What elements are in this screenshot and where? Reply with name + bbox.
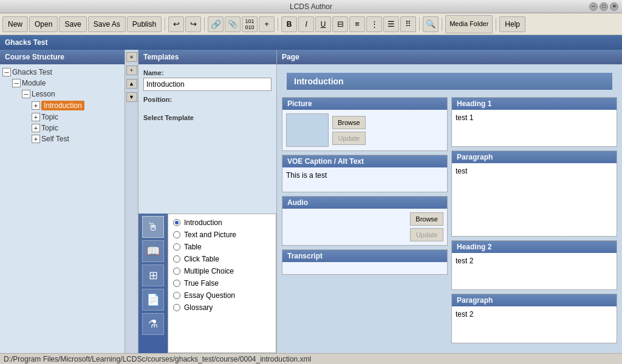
heading1-value: test 1 [456, 113, 613, 122]
link-button[interactable]: 🔗 [208, 16, 224, 32]
tpl-icon-flask[interactable]: ⚗ [142, 313, 164, 335]
align-left-button[interactable]: ☰ [383, 16, 399, 32]
bold-button[interactable]: B [281, 16, 297, 32]
tpl-icon-grid[interactable]: ⊞ [142, 265, 164, 286]
radio-circle-essay [173, 292, 180, 299]
template-icons-col: 🖱 📖 ⊞ 📄 ⚗ [138, 214, 168, 353]
expand-introduction[interactable]: + [32, 101, 40, 110]
expand-selftest[interactable]: + [32, 135, 40, 143]
templates-body: Name: Position: Select Template [138, 64, 276, 214]
tree-item-lesson[interactable]: ─ Lesson [2, 89, 122, 99]
tree-item-topic2[interactable]: + Topic [2, 123, 122, 133]
expand-topic2[interactable]: + [32, 124, 40, 132]
radio-essay[interactable]: Essay Question [173, 289, 271, 302]
tree-item-topic1[interactable]: + Topic [2, 112, 122, 123]
radio-circle-introduction [173, 219, 180, 226]
clip-button[interactable]: 📎 [225, 16, 241, 32]
picture-placeholder [286, 113, 329, 147]
tree-label-root: Ghacks Test [12, 68, 52, 76]
tree-item-selftest[interactable]: + Self Test [2, 133, 122, 144]
underline-button[interactable]: U [315, 16, 331, 32]
tpl-icon-book[interactable]: 📖 [142, 240, 164, 262]
minimize-btn[interactable]: ─ [589, 2, 598, 11]
page-header: Page [277, 50, 622, 64]
tree-item-root[interactable]: ─ Ghacks Test [2, 67, 122, 78]
maximize-btn[interactable]: □ [600, 2, 608, 11]
audio-section-header: Audio [282, 197, 447, 209]
radio-label-table: Table [184, 243, 202, 251]
tree-item-introduction[interactable]: + Introduction [2, 99, 122, 112]
toolbar-separator-1 [165, 18, 165, 31]
tool-up-icon[interactable]: ▲ [126, 79, 137, 89]
unordered-list-button[interactable]: ≡ [349, 16, 365, 32]
page-content: Picture Browse Update VOE Caption / Alt … [277, 92, 622, 353]
audio-update-button[interactable]: Update [410, 228, 443, 241]
add-button[interactable]: + [259, 16, 275, 32]
tool-add-icon[interactable]: + [126, 66, 137, 75]
indent-button[interactable]: ⊟ [332, 16, 348, 32]
paragraph1-section: Paragraph test [451, 150, 617, 237]
radio-text-picture[interactable]: Text and Picture [173, 229, 271, 241]
radio-click-table[interactable]: Click Table [173, 253, 271, 265]
picture-browse-button[interactable]: Browse [332, 116, 366, 129]
expand-lesson[interactable]: ─ [22, 90, 30, 98]
audio-section: Audio Browse Update [282, 196, 448, 246]
audio-browse-button[interactable]: Browse [410, 212, 443, 226]
tpl-icon-mouse[interactable]: 🖱 [142, 216, 164, 238]
radio-circle-text-picture [173, 231, 180, 238]
picture-update-button[interactable]: Update [332, 132, 366, 145]
heading1-section: Heading 1 test 1 [451, 97, 617, 147]
tree-item-module[interactable]: ─ Module [2, 78, 122, 89]
new-button[interactable]: New [2, 16, 28, 32]
radio-true-false[interactable]: True False [173, 277, 271, 289]
template-radio-list: Introduction Text and Picture Table Clic… [168, 214, 276, 353]
heading2-body: test 2 [452, 253, 617, 289]
expand-module[interactable]: ─ [12, 79, 21, 87]
paragraph1-body: test [452, 163, 617, 236]
radio-table[interactable]: Table [173, 241, 271, 253]
undo-button[interactable]: ↩ [168, 16, 184, 32]
code-button[interactable]: 101010 [242, 16, 258, 32]
window-controls: ─ □ ✕ [589, 2, 618, 11]
toolbar-separator-3 [278, 18, 278, 31]
paragraph2-section: Paragraph test 2 [451, 294, 617, 343]
paragraph2-value: test 2 [456, 310, 613, 318]
heading2-value: test 2 [456, 257, 613, 265]
media-folder-button[interactable]: Media Folder [445, 15, 493, 33]
templates-lower: 🖱 📖 ⊞ 📄 ⚗ Introduction Text and Picture [138, 214, 276, 353]
radio-label-introduction: Introduction [184, 218, 222, 227]
tpl-icon-doc[interactable]: 📄 [142, 289, 164, 311]
app-title-bar: Ghacks Test [0, 35, 622, 50]
name-label: Name: [143, 69, 272, 76]
redo-button[interactable]: ↪ [185, 16, 201, 32]
templates-header: Templates [138, 50, 276, 64]
course-tree: ─ Ghacks Test ─ Module ─ Lesson [0, 64, 125, 353]
radio-multiple-choice[interactable]: Multiple Choice [173, 265, 271, 277]
voe-section: VOE Caption / Alt Text This is a test [282, 155, 448, 192]
position-label: Position: [143, 96, 272, 103]
help-button[interactable]: Help [499, 16, 525, 32]
tool-down-icon[interactable]: ▼ [126, 92, 137, 102]
toolbar: New Open Save Save As Publish ↩ ↪ 🔗 📎 10… [0, 13, 622, 35]
expand-root[interactable]: ─ [2, 68, 11, 76]
italic-button[interactable]: I [298, 16, 314, 32]
ordered-list-button[interactable]: ⋮ [366, 16, 382, 32]
search-button[interactable]: 🔍 [423, 16, 439, 32]
transcript-section: Transcript [282, 249, 448, 275]
save-button[interactable]: Save [59, 16, 86, 32]
right-content-col: Heading 1 test 1 Paragraph test [451, 97, 617, 343]
align-right-button[interactable]: ⠿ [400, 16, 416, 32]
open-button[interactable]: Open [29, 16, 58, 32]
name-input[interactable] [143, 78, 272, 91]
save-as-button[interactable]: Save As [88, 16, 126, 32]
toolbar-separator-5 [442, 18, 442, 31]
voe-section-body: This is a test [282, 167, 447, 192]
tool-lines-icon[interactable]: ≡ [126, 52, 137, 62]
publish-button[interactable]: Publish [127, 16, 162, 32]
radio-introduction[interactable]: Introduction [173, 217, 271, 229]
radio-glossary[interactable]: Glossary [173, 302, 271, 314]
expand-topic1[interactable]: + [32, 113, 40, 121]
close-btn[interactable]: ✕ [610, 2, 618, 11]
page-title-container: Introduction [277, 64, 622, 92]
picture-area: Browse Update [282, 110, 447, 150]
